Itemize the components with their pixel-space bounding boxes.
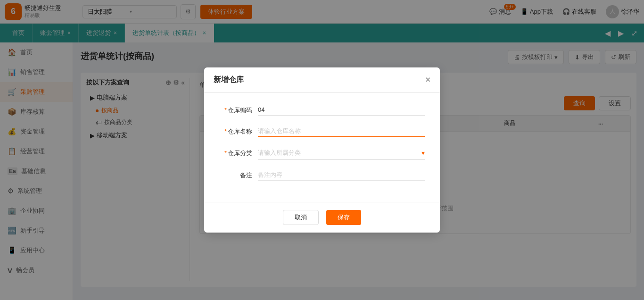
- dialog-close-button[interactable]: ×: [425, 75, 430, 85]
- input-remark[interactable]: [258, 169, 425, 181]
- select-arrow-icon: ▾: [421, 149, 425, 157]
- cancel-button[interactable]: 取消: [283, 210, 319, 225]
- label-code: 仓库编码: [219, 106, 252, 115]
- label-category: 仓库分类: [219, 149, 252, 158]
- dialog-header: 新增仓库 ×: [204, 67, 440, 93]
- input-name[interactable]: [258, 125, 425, 137]
- save-button[interactable]: 保存: [326, 210, 361, 225]
- modal-overlay[interactable]: 新增仓库 × 仓库编码 仓库名称 仓库分类 请输入所属分类 ▾: [0, 0, 644, 300]
- dialog-footer: 取消 保存: [204, 202, 440, 233]
- input-code[interactable]: [258, 104, 425, 116]
- category-placeholder: 请输入所属分类: [258, 149, 301, 157]
- form-row-code: 仓库编码: [219, 104, 425, 116]
- dialog-title: 新增仓库: [214, 75, 244, 85]
- label-name: 仓库名称: [219, 127, 252, 136]
- add-warehouse-dialog: 新增仓库 × 仓库编码 仓库名称 仓库分类 请输入所属分类 ▾: [204, 67, 440, 233]
- form-row-remark: 备注: [219, 169, 425, 181]
- form-row-name: 仓库名称: [219, 125, 425, 137]
- label-remark: 备注: [219, 171, 252, 180]
- dialog-body: 仓库编码 仓库名称 仓库分类 请输入所属分类 ▾ 备注: [204, 93, 440, 202]
- form-row-category: 仓库分类 请输入所属分类 ▾: [219, 147, 425, 160]
- select-category[interactable]: 请输入所属分类 ▾: [258, 147, 425, 160]
